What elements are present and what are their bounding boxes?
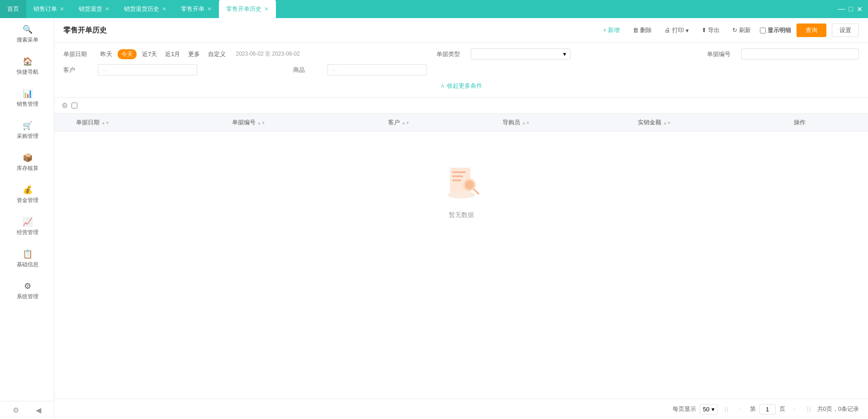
nav-tab-销货退货[interactable]: 销货退货✕ — [71, 0, 117, 18]
table-toolbar: ⚙ — [54, 98, 868, 114]
pagination: 每页显示 50 ▾ ⟨⟨ ﹤ 第 1 页 ﹥ ⟩⟩ 共0页，0条记录 — [54, 399, 868, 419]
date-label: 单据日期 — [63, 50, 90, 58]
collapse-btn[interactable]: ∧ 收起更多条件 — [63, 80, 859, 92]
tab-close-icon[interactable]: ✕ — [264, 6, 269, 12]
sort-icon[interactable]: ▲▼ — [101, 121, 109, 125]
nav-tab-label: 销货退货 — [79, 5, 102, 13]
sidebar-item-4[interactable]: 📦 库存核算 — [0, 146, 54, 179]
nav-tabs: 首页销售订单✕销货退货✕销货退货历史✕零售开单✕零售开单历史✕ — [0, 0, 832, 18]
per-page-select[interactable]: 50 ▾ — [700, 404, 717, 414]
sidebar: 🔍 搜索采单 🏠 快捷导航 📊 销售管理 🛒 采购管理 📦 库存核算 💰 资金管… — [0, 18, 54, 419]
display-col-toggle[interactable]: 显示明细 — [760, 26, 791, 34]
nav-tab-label: 首页 — [7, 5, 19, 13]
next-page-btn[interactable]: ﹥ — [789, 404, 800, 414]
sidebar-icon-2: 📊 — [23, 89, 33, 99]
col-label: 单据编号 — [232, 119, 256, 126]
col-单据日期: 单据日期▲▼ — [71, 114, 227, 132]
sidebar-item-1[interactable]: 🏠 快捷导航 — [0, 50, 54, 82]
empty-text: 暂无数据 — [449, 211, 474, 219]
product-label: 商品 — [293, 66, 320, 74]
per-page-value: 50 — [703, 406, 709, 413]
first-page-btn[interactable]: ⟨⟨ — [721, 405, 731, 414]
data-table: 单据日期▲▼单据编号▲▼客户▲▼导购员▲▼实销金额▲▼操作 — [54, 114, 868, 132]
empty-icon — [439, 159, 484, 204]
last-page-btn[interactable]: ⟩⟩ — [804, 405, 814, 414]
delete-button[interactable]: 🗑 删除 — [629, 24, 656, 36]
date-opt-今天[interactable]: 今天 — [118, 49, 137, 59]
sidebar-item-5[interactable]: 💰 资金管理 — [0, 179, 54, 211]
sort-icon[interactable]: ▲▼ — [522, 121, 530, 125]
date-opt-近1月[interactable]: 近1月 — [162, 49, 183, 59]
display-col-checkbox[interactable] — [760, 28, 766, 33]
nav-tab-销货退货历史[interactable]: 销货退货历史✕ — [117, 0, 174, 18]
prev-page-btn[interactable]: ﹤ — [735, 404, 746, 414]
doc-no-label: 单据编号 — [707, 50, 734, 58]
header-actions: + 新增 🗑 删除 🖨 打印 ▾ ⬆ 导出 ↻ 刷新 显示明细 查询 设置 — [599, 24, 859, 37]
sidebar-item-0[interactable]: 🔍 搜索采单 — [0, 18, 54, 50]
doc-type-dropdown-icon: ▾ — [563, 51, 566, 57]
tab-close-icon[interactable]: ✕ — [60, 6, 64, 12]
sidebar-item-3[interactable]: 🛒 采购管理 — [0, 114, 54, 146]
sidebar-icon-8: ⚙ — [24, 281, 31, 291]
svg-line-7 — [474, 189, 479, 194]
sidebar-item-8[interactable]: ⚙ 系统管理 — [0, 275, 54, 307]
date-options: 昨天今天近7天近1月更多自定义 — [98, 49, 228, 59]
customer-select[interactable]: ··· — [98, 64, 197, 75]
nav-tab-零售开单[interactable]: 零售开单✕ — [174, 0, 219, 18]
sort-icon[interactable]: ▲▼ — [663, 121, 671, 125]
sidebar-label-1: 快捷导航 — [17, 68, 38, 76]
total-text: 共0页，0条记录 — [817, 405, 859, 413]
table-settings-icon[interactable]: ⚙ — [62, 101, 68, 110]
refresh-button[interactable]: ↻ 刷新 — [729, 24, 754, 36]
display-col-label: 显示明细 — [768, 26, 791, 34]
tab-close-icon[interactable]: ✕ — [207, 6, 212, 12]
sidebar-label-2: 销售管理 — [17, 100, 38, 108]
sort-icon[interactable]: ▲▼ — [402, 121, 410, 125]
page-word: 第 — [750, 405, 756, 413]
sidebar-collapse-icon[interactable]: ◀ — [36, 406, 41, 414]
filter-area: 单据日期 昨天今天近7天近1月更多自定义 2023-06-02 至 2023-0… — [54, 43, 868, 98]
sidebar-settings-icon[interactable]: ⚙ — [13, 406, 19, 414]
nav-tab-label: 零售开单 — [181, 5, 204, 13]
add-button[interactable]: + 新增 — [599, 24, 623, 36]
query-button[interactable]: 查询 — [797, 24, 826, 37]
doc-type-select[interactable]: ▾ — [471, 48, 570, 60]
nav-tab-销售订单[interactable]: 销售订单✕ — [26, 0, 71, 18]
settings-button[interactable]: 设置 — [832, 24, 859, 37]
nav-tab-首页[interactable]: 首页 — [0, 0, 26, 18]
date-opt-近7天[interactable]: 近7天 — [139, 49, 160, 59]
print-button[interactable]: 🖨 打印 ▾ — [661, 24, 693, 36]
date-range: 2023-06-02 至 2023-06-02 — [236, 50, 299, 58]
doc-type-label: 单据类型 — [436, 50, 464, 58]
page-unit: 页 — [779, 405, 785, 413]
col-label: 单据日期 — [76, 119, 100, 126]
page-input[interactable]: 1 — [759, 404, 776, 414]
customer-placeholder: ··· — [102, 66, 107, 73]
date-opt-更多[interactable]: 更多 — [185, 49, 203, 59]
export-button[interactable]: ⬆ 导出 — [698, 24, 724, 36]
sort-icon[interactable]: ▲▼ — [257, 121, 266, 125]
date-opt-自定义[interactable]: 自定义 — [205, 49, 228, 59]
nav-tab-零售开单历史[interactable]: 零售开单历史✕ — [219, 0, 276, 18]
nav-tab-label: 销售订单 — [33, 5, 57, 13]
window-close-icon[interactable]: ✕ — [857, 5, 863, 14]
sidebar-item-7[interactable]: 📋 基础信息 — [0, 243, 54, 275]
svg-rect-3 — [452, 175, 463, 177]
tab-close-icon[interactable]: ✕ — [162, 6, 166, 12]
tab-close-icon[interactable]: ✕ — [105, 6, 109, 12]
window-max-icon[interactable]: □ — [849, 5, 853, 13]
product-select[interactable]: ··· — [327, 64, 427, 75]
window-min-icon[interactable]: — — [838, 5, 845, 13]
sidebar-icon-6: 📈 — [23, 217, 33, 227]
product-placeholder: ··· — [332, 66, 337, 73]
sidebar-item-2[interactable]: 📊 销售管理 — [0, 82, 54, 114]
col-label: 实销金额 — [638, 119, 661, 126]
doc-no-input[interactable] — [741, 48, 859, 60]
sidebar-item-6[interactable]: 📈 经营管理 — [0, 211, 54, 243]
print-label: 🖨 打印 — [664, 26, 684, 34]
col-label: 客户 — [388, 119, 400, 126]
sidebar-icon-5: 💰 — [23, 185, 33, 195]
table-header-row: 单据日期▲▼单据编号▲▼客户▲▼导购员▲▼实销金额▲▼操作 — [54, 114, 868, 132]
select-all-checkbox[interactable] — [71, 103, 77, 108]
date-opt-昨天[interactable]: 昨天 — [98, 49, 115, 59]
